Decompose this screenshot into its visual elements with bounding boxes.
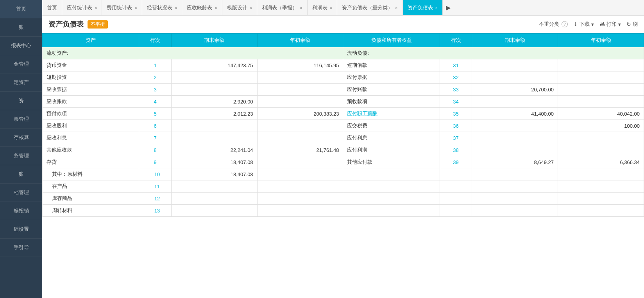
liability-end-balance[interactable]: 41,400.00 (472, 108, 558, 120)
liability-end-balance[interactable] (472, 168, 558, 180)
sidebar-item-home[interactable]: 首页 (0, 0, 42, 18)
sidebar-item-invest[interactable]: 资 (0, 92, 42, 110)
end-balance[interactable]: 18,407.08 (171, 156, 257, 168)
tab-close-icon[interactable]: × (330, 5, 332, 10)
liability-end-balance[interactable] (472, 120, 558, 132)
end-balance[interactable] (171, 132, 257, 144)
liability-end-balance[interactable] (472, 193, 558, 205)
liability-end-balance[interactable] (472, 59, 558, 71)
liability-end-balance[interactable] (472, 132, 558, 144)
sidebar-item-fund[interactable]: 金管理 (0, 55, 42, 73)
sidebar-item-stock[interactable]: 存核算 (0, 128, 42, 147)
tab-payable-stats[interactable]: 应付统计表 × (62, 0, 102, 16)
tab-close-icon[interactable]: × (215, 5, 217, 10)
tab-profit[interactable]: 利润表 × (308, 0, 337, 16)
header-liability-begin: 年初余额 (558, 34, 644, 47)
header-actions: 不重分类 ? ⤓ 下载 ▾ 🖶 打印 ▾ ↻ 刷 (539, 21, 638, 28)
print-button[interactable]: 🖶 打印 ▾ (599, 21, 621, 28)
tab-profit-quarterly[interactable]: 利润表（季报） × (257, 0, 307, 16)
liability-begin-balance[interactable] (558, 59, 644, 71)
liability-end-balance[interactable] (472, 71, 558, 84)
sidebar-item-archive[interactable]: 档管理 (0, 184, 42, 202)
sidebar-item-reports[interactable]: 报表中心 (0, 37, 42, 55)
end-balance[interactable]: 2,920.00 (171, 96, 257, 108)
liability-end-balance[interactable]: 8,649.27 (472, 156, 558, 168)
sidebar-item-ledger[interactable]: 账 (0, 165, 42, 184)
sidebar-item-account[interactable]: 账 (0, 18, 42, 37)
tab-close-icon[interactable]: × (395, 5, 397, 10)
liability-end-balance[interactable] (472, 180, 558, 193)
end-balance[interactable] (171, 193, 257, 205)
liability-begin-balance[interactable] (558, 193, 644, 205)
begin-balance[interactable] (257, 205, 343, 217)
begin-balance[interactable] (257, 84, 343, 96)
liability-begin-balance[interactable] (558, 168, 644, 180)
sidebar-item-ticket[interactable]: 票管理 (0, 110, 42, 128)
sidebar-item-expense[interactable]: 畅报销 (0, 202, 42, 220)
category-selector[interactable]: 不重分类 ? (539, 21, 568, 28)
liability-begin-balance[interactable] (558, 180, 644, 193)
begin-balance[interactable]: 116,145.95 (257, 59, 343, 71)
begin-balance[interactable] (257, 96, 343, 108)
liability-begin-balance[interactable]: 40,042.00 (558, 108, 644, 120)
refresh-button[interactable]: ↻ 刷 (626, 21, 638, 28)
liability-begin-balance[interactable]: 6,366.34 (558, 156, 644, 168)
tab-close-icon[interactable]: × (134, 5, 137, 10)
tab-balance-sheet[interactable]: 资产负债表 × (403, 0, 443, 16)
end-balance[interactable]: 2,012.23 (171, 108, 257, 120)
header-liability-end: 期末余额 (472, 34, 558, 47)
end-balance[interactable]: 22,241.04 (171, 144, 257, 156)
header-liability: 负债和所有者权益 (343, 34, 440, 47)
tab-home[interactable]: 首页 (42, 0, 62, 16)
liability-begin-balance[interactable] (558, 71, 644, 84)
table-row: 其中：原材料 10 18,407.08 (43, 168, 644, 180)
sidebar-item-fixed-assets[interactable]: 定资产 (0, 73, 42, 92)
tab-business-status[interactable]: 经营状况表 × (142, 0, 182, 16)
liability-end-balance[interactable] (472, 205, 558, 217)
tab-expense-stats[interactable]: 费用统计表 × (102, 0, 142, 16)
tab-more-button[interactable]: ▶ (443, 0, 454, 16)
asset-name: 应收账款 (43, 96, 139, 108)
begin-balance[interactable]: 200,383.23 (257, 108, 343, 120)
tab-close-icon[interactable]: × (300, 5, 302, 10)
liability-begin-balance[interactable]: 100.00 (558, 120, 644, 132)
begin-balance[interactable] (257, 132, 343, 144)
row-number: 1 (139, 59, 171, 71)
liability-begin-balance[interactable] (558, 132, 644, 144)
liability-begin-balance[interactable] (558, 144, 644, 156)
liability-end-balance[interactable] (472, 96, 558, 108)
sidebar-item-settings[interactable]: 础设置 (0, 220, 42, 239)
end-balance[interactable]: 18,407.08 (171, 168, 257, 180)
liability-end-balance[interactable] (472, 144, 558, 156)
begin-balance[interactable] (257, 180, 343, 193)
tab-close-icon[interactable]: × (250, 5, 252, 10)
begin-balance[interactable] (257, 193, 343, 205)
row-number: 10 (139, 168, 171, 180)
end-balance[interactable] (171, 84, 257, 96)
sidebar-item-tax[interactable]: 务管理 (0, 147, 42, 165)
download-button[interactable]: ⤓ 下载 ▾ (573, 21, 594, 28)
tab-receivable-age[interactable]: 应收账龄表 × (182, 0, 222, 16)
end-balance[interactable] (171, 205, 257, 217)
liability-end-balance[interactable]: 20,700.00 (472, 84, 558, 96)
begin-balance[interactable] (257, 71, 343, 84)
liability-begin-balance[interactable] (558, 205, 644, 217)
tab-close-icon[interactable]: × (175, 5, 177, 10)
end-balance[interactable]: 147,423.75 (171, 59, 257, 71)
begin-balance[interactable] (257, 168, 343, 180)
begin-balance[interactable] (257, 156, 343, 168)
tab-balance-reclassified[interactable]: 资产负债表（重分类） × (337, 0, 402, 16)
tab-close-icon[interactable]: × (95, 5, 97, 10)
sidebar-item-guide[interactable]: 手引导 (0, 239, 42, 257)
page-title-area: 资产负债表 不平衡 (48, 20, 108, 29)
end-balance[interactable] (171, 180, 257, 193)
tab-close-icon[interactable]: × (435, 5, 438, 10)
begin-balance[interactable]: 21,761.48 (257, 144, 343, 156)
end-balance[interactable] (171, 71, 257, 84)
section-right-label: 流动负债: (343, 47, 644, 59)
begin-balance[interactable] (257, 120, 343, 132)
liability-begin-balance[interactable] (558, 84, 644, 96)
tab-template-design[interactable]: 模版设计 × (222, 0, 257, 16)
end-balance[interactable] (171, 120, 257, 132)
liability-begin-balance[interactable] (558, 96, 644, 108)
